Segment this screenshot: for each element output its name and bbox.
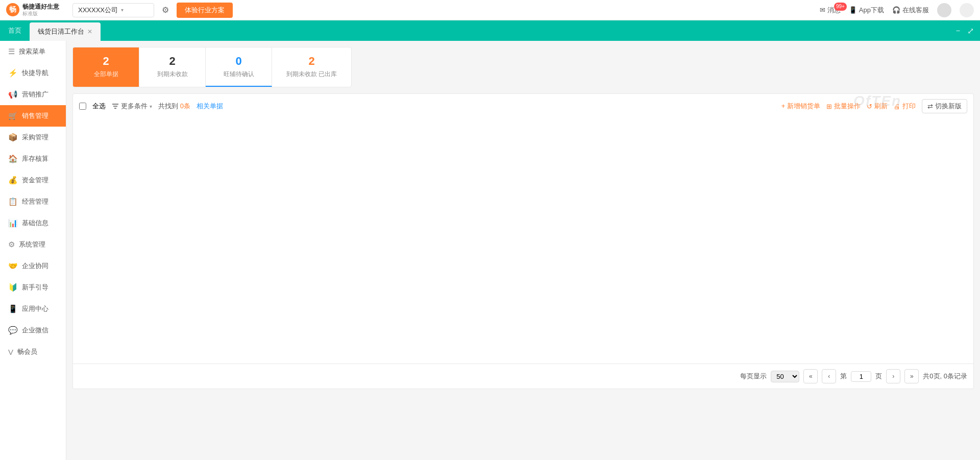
pagination-bar: 每页显示 50 100 200 « ‹ 第 页 › » 共0页, 0条记录	[73, 364, 973, 389]
logo-icon: 畅	[6, 3, 19, 16]
refresh-icon: ↺	[867, 103, 872, 110]
stat-card-wangfu[interactable]: 0 旺辅待确认	[206, 47, 272, 87]
sidebar-item-appstore-label: 应用中心	[22, 304, 48, 313]
sales-icon: 🛒	[8, 111, 18, 120]
refresh-button[interactable]: ↺ 刷新	[867, 102, 888, 111]
avatar[interactable]	[937, 3, 951, 17]
filter-icon	[112, 103, 119, 110]
sidebar-item-operations[interactable]: 📋 经营管理	[0, 191, 66, 212]
app-download-label: App下载	[859, 6, 884, 15]
page-suffix: 页	[875, 372, 882, 381]
print-button[interactable]: 🖨 打印	[894, 102, 916, 111]
total-info: 共0页, 0条记录	[923, 372, 967, 381]
settings-icon[interactable]: ⚙	[158, 3, 173, 17]
stat-card-all[interactable]: 2 全部单据	[73, 47, 139, 87]
prev-page-button[interactable]: ‹	[822, 369, 836, 383]
company-selector[interactable]: XXXXXX公司 ▾	[72, 3, 154, 17]
select-all-label: 全选	[92, 102, 106, 111]
batch-label: 批量操作	[834, 102, 861, 111]
search-menu-icon: ☰	[8, 47, 15, 56]
sidebar-item-purchase-label: 采购管理	[22, 133, 48, 142]
content-area: 2 全部单据 2 到期未收款 0 旺辅待确认 2 到期未收款 已出库 全选	[66, 41, 980, 460]
per-page-label: 每页显示	[740, 372, 767, 381]
refresh-label: 刷新	[874, 102, 888, 111]
sidebar-item-search-label: 搜索菜单	[19, 47, 45, 56]
tab-bar: 首页 钱货日清工作台 ✕ － ⤢	[0, 20, 980, 41]
batch-operation-button[interactable]: ⊞ 批量操作	[826, 102, 861, 111]
marketing-icon: 📢	[8, 90, 18, 99]
stat-overdue-number: 2	[154, 55, 191, 68]
tab-workbench[interactable]: 钱货日清工作台 ✕	[30, 22, 101, 41]
stat-shipped-number: 2	[286, 55, 337, 68]
message-button[interactable]: ✉ 消息 99+	[820, 6, 841, 15]
sidebar-item-finance[interactable]: 💰 资金管理	[0, 170, 66, 191]
message-badge: 99+	[834, 3, 847, 11]
member-icon: V	[8, 348, 13, 356]
tab-maximize-icon[interactable]: ⤢	[967, 26, 974, 36]
sidebar-item-wechat[interactable]: 💬 企业微信	[0, 320, 66, 341]
last-page-button[interactable]: »	[904, 369, 919, 383]
sidebar-item-quicknav[interactable]: ⚡ 快捷导航	[0, 62, 66, 84]
first-page-button[interactable]: «	[803, 369, 818, 383]
table-body-empty	[73, 118, 973, 364]
sidebar-item-marketing-label: 营销推广	[22, 90, 48, 99]
sidebar-item-search[interactable]: ☰ 搜索菜单	[0, 41, 66, 62]
avatar-extra[interactable]	[960, 3, 974, 17]
stat-wangfu-number: 0	[220, 55, 257, 68]
stat-card-overdue[interactable]: 2 到期未收款	[139, 47, 206, 87]
collab-icon: 🤝	[8, 261, 18, 271]
add-order-button[interactable]: + 新增销货单	[781, 102, 820, 111]
sidebar-item-guide-label: 新手引导	[22, 283, 48, 292]
filter-button[interactable]: 更多条件 ▾	[112, 102, 152, 111]
tab-minimize-icon[interactable]: －	[954, 26, 962, 36]
message-icon: ✉	[820, 6, 825, 14]
tab-close-icon[interactable]: ✕	[87, 28, 92, 35]
found-count: 0条	[180, 102, 190, 110]
sidebar-item-inventory[interactable]: 🏠 库存核算	[0, 148, 66, 170]
header-right: ✉ 消息 99+ 📱 App下载 🎧 在线客服	[820, 3, 974, 17]
sidebar-item-sales[interactable]: 🛒 销售管理	[0, 105, 66, 127]
select-all-checkbox[interactable]	[79, 103, 86, 110]
print-icon: 🖨	[894, 103, 900, 110]
logo-main-text: 畅捷通好生意	[22, 3, 59, 10]
switch-icon: ⇄	[927, 103, 933, 110]
switch-version-button[interactable]: ⇄ 切换新版	[922, 99, 967, 113]
tab-workbench-label: 钱货日清工作台	[38, 27, 84, 36]
related-orders-button[interactable]: 相关单据	[197, 102, 223, 111]
sidebar-item-wechat-label: 企业微信	[22, 326, 48, 335]
add-icon: + 新增销货单	[781, 102, 820, 111]
stat-card-shipped[interactable]: 2 到期未收款 已出库	[272, 47, 351, 87]
next-page-button[interactable]: ›	[886, 369, 900, 383]
toolbar: 全选 更多条件 ▾ 共找到 0条 相关单据 + 新增销货单	[72, 93, 974, 118]
sidebar-item-inventory-label: 库存核算	[22, 154, 48, 163]
wechat-icon: 💬	[8, 326, 18, 335]
basic-info-icon: 📊	[8, 219, 18, 228]
logo-sub-text: 标准版	[22, 11, 59, 17]
sidebar-item-finance-label: 资金管理	[22, 176, 48, 185]
filter-dropdown-icon: ▾	[150, 104, 152, 109]
tab-home[interactable]: 首页	[0, 20, 30, 41]
sidebar-item-purchase[interactable]: 📦 采购管理	[0, 127, 66, 148]
table-area: 每页显示 50 100 200 « ‹ 第 页 › » 共0页, 0条记录	[72, 118, 974, 389]
stat-shipped-label: 到期未收款 已出库	[286, 70, 337, 79]
trial-button[interactable]: 体验行业方案	[177, 3, 233, 18]
per-page-select[interactable]: 50 100 200	[771, 371, 799, 382]
current-page-input[interactable]	[851, 371, 871, 382]
sidebar-item-appstore[interactable]: 📱 应用中心	[0, 298, 66, 320]
found-prefix: 共找到	[158, 102, 178, 110]
app-download-button[interactable]: 📱 App下载	[849, 6, 884, 15]
sidebar-item-system[interactable]: ⚙ 系统管理	[0, 234, 66, 255]
sidebar-item-guide[interactable]: 🔰 新手引导	[0, 277, 66, 298]
stat-all-label: 全部单据	[87, 70, 125, 79]
sidebar-item-member[interactable]: V 畅会员	[0, 341, 66, 362]
sidebar-item-collab[interactable]: 🤝 企业协同	[0, 255, 66, 277]
dropdown-arrow-icon: ▾	[121, 7, 124, 13]
sidebar-item-marketing[interactable]: 📢 营销推广	[0, 84, 66, 105]
main-layout: ☰ 搜索菜单 ⚡ 快捷导航 📢 营销推广 🛒 销售管理 📦 采购管理 🏠 库存核…	[0, 41, 980, 460]
guide-icon: 🔰	[8, 283, 18, 292]
sidebar-item-basic-info[interactable]: 📊 基础信息	[0, 212, 66, 234]
switch-label: 切换新版	[935, 102, 962, 111]
stat-all-number: 2	[87, 55, 125, 68]
online-service-button[interactable]: 🎧 在线客服	[892, 6, 929, 15]
toolbar-right: + 新增销货单 ⊞ 批量操作 ↺ 刷新 🖨 打印 ⇄ 切换新版	[781, 99, 967, 113]
